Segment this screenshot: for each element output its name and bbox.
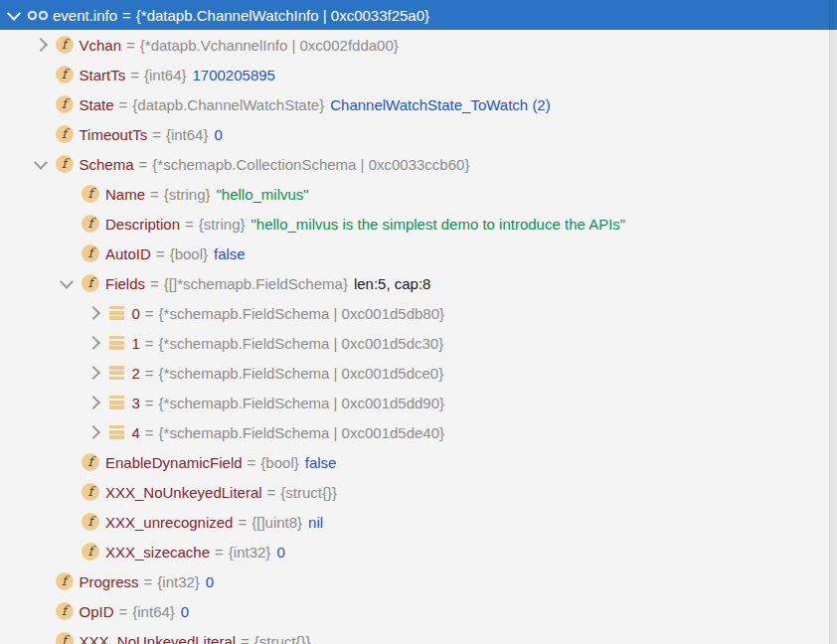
variable-row[interactable]: fProgress={int32}0 bbox=[0, 566, 837, 596]
equals-sign: = bbox=[248, 454, 256, 471]
variable-row[interactable]: fXXX_unrecognized={[]uint8}nil bbox=[0, 507, 837, 537]
variable-row[interactable]: fXXX_sizecache={int32}0 bbox=[0, 537, 837, 566]
variable-row[interactable]: fOpID={int64}0 bbox=[0, 596, 837, 626]
equals-sign: = bbox=[126, 37, 135, 54]
field-icon: f bbox=[53, 119, 77, 149]
variable-name: 3 bbox=[132, 395, 140, 411]
field-icon: f bbox=[53, 566, 77, 596]
equals-sign: = bbox=[150, 186, 159, 203]
variable-name: OpID bbox=[80, 603, 114, 620]
equals-sign: = bbox=[267, 484, 276, 501]
variable-type: {*datapb.ChannelWatchInfo | 0xc0033f25a0… bbox=[136, 7, 429, 24]
equals-sign: = bbox=[145, 335, 154, 352]
variable-row[interactable]: 1={*schemapb.FieldSchema | 0xc001d5dc30} bbox=[0, 328, 837, 358]
variable-row[interactable]: fTimeoutTs={int64}0 bbox=[0, 119, 837, 149]
variable-name: StartTs bbox=[80, 67, 126, 83]
variable-text: Schema={*schemapb.CollectionSchema | 0xc… bbox=[77, 156, 470, 173]
variable-row[interactable]: 0={*schemapb.FieldSchema | 0xc001d5db80} bbox=[0, 298, 837, 328]
chevron-spacer bbox=[55, 507, 79, 537]
field-icon: f bbox=[79, 209, 102, 239]
equals-sign: = bbox=[130, 67, 139, 83]
variable-name: AutoID bbox=[105, 245, 151, 262]
equals-sign: = bbox=[185, 216, 194, 233]
variable-value: false bbox=[214, 245, 246, 262]
collapse-chevron[interactable] bbox=[2, 0, 26, 30]
equals-sign: = bbox=[145, 305, 154, 322]
variable-name: Progress bbox=[80, 573, 139, 590]
array-item-icon bbox=[109, 425, 124, 439]
field-icon: f bbox=[82, 483, 99, 501]
field-icon: f bbox=[79, 537, 102, 566]
variable-type: {int64} bbox=[166, 126, 209, 143]
vertical-scrollbar[interactable] bbox=[829, 0, 837, 644]
variable-type: {[]uint8} bbox=[251, 514, 302, 531]
chevron-spacer bbox=[29, 566, 53, 596]
variable-row[interactable]: fVchan={*datapb.VchannelInfo | 0xc002fdd… bbox=[0, 30, 837, 60]
variable-row[interactable]: fName={string}"hello_milvus" bbox=[0, 179, 837, 209]
array-item-icon bbox=[109, 336, 124, 350]
variable-row[interactable]: fEnableDynamicField={bool}false bbox=[0, 447, 837, 477]
variable-row[interactable]: event.info={*datapb.ChannelWatchInfo | 0… bbox=[0, 0, 837, 30]
equals-sign: = bbox=[152, 126, 161, 143]
variable-text: 3={*schemapb.FieldSchema | 0xc001d5dd90} bbox=[129, 395, 445, 411]
equals-sign: = bbox=[241, 633, 250, 644]
variable-type: {string} bbox=[164, 186, 211, 203]
expand-chevron[interactable] bbox=[82, 388, 105, 417]
field-icon: f bbox=[82, 543, 99, 561]
expand-chevron[interactable] bbox=[82, 328, 105, 358]
equals-sign: = bbox=[238, 514, 247, 531]
expand-chevron[interactable] bbox=[82, 417, 105, 447]
variable-name: Description bbox=[105, 216, 180, 233]
expand-chevron[interactable] bbox=[29, 30, 53, 60]
field-icon: f bbox=[56, 125, 74, 143]
expand-chevron[interactable] bbox=[82, 358, 105, 388]
variable-row[interactable]: fStartTs={int64}1700205895 bbox=[0, 60, 837, 89]
equals-sign: = bbox=[145, 365, 154, 382]
variable-row[interactable]: fDescription={string}"hello_milvus is th… bbox=[0, 209, 837, 239]
variable-value: ChannelWatchState_ToWatch (2) bbox=[330, 96, 551, 113]
variable-name: TimeoutTs bbox=[80, 126, 148, 143]
variable-name: Name bbox=[105, 186, 145, 203]
variable-text: XXX_sizecache={int32}0 bbox=[102, 544, 285, 561]
variable-name: Fields bbox=[105, 275, 145, 292]
variable-row[interactable]: 2={*schemapb.FieldSchema | 0xc001d5dce0} bbox=[0, 358, 837, 388]
variable-row[interactable]: 3={*schemapb.FieldSchema | 0xc001d5dd90} bbox=[0, 388, 837, 417]
variables-tree: event.info={*datapb.ChannelWatchInfo | 0… bbox=[0, 0, 837, 644]
field-icon: f bbox=[56, 632, 74, 644]
variable-type: {[]*schemapb.FieldSchema} bbox=[164, 275, 348, 292]
variable-name: 1 bbox=[132, 335, 140, 352]
equals-sign: = bbox=[139, 156, 148, 173]
variable-type: {bool} bbox=[260, 454, 298, 471]
field-icon: f bbox=[79, 239, 102, 268]
field-icon: f bbox=[53, 626, 77, 644]
collapse-chevron[interactable] bbox=[29, 149, 53, 179]
variable-row[interactable]: fSchema={*schemapb.CollectionSchema | 0x… bbox=[0, 149, 837, 179]
variable-name: XXX_sizecache bbox=[105, 544, 210, 561]
field-icon: f bbox=[79, 179, 102, 209]
chevron-spacer bbox=[29, 89, 53, 119]
variable-row[interactable]: fXXX_NoUnkeyedLiteral={struct{}} bbox=[0, 626, 837, 644]
variable-row[interactable]: fXXX_NoUnkeyedLiteral={struct{}} bbox=[0, 477, 837, 507]
variable-name: 2 bbox=[132, 365, 140, 382]
equals-sign: = bbox=[150, 275, 159, 292]
collapse-chevron[interactable] bbox=[55, 268, 79, 298]
variable-text: XXX_NoUnkeyedLiteral={struct{}} bbox=[77, 633, 311, 644]
variable-text: Vchan={*datapb.VchannelInfo | 0xc002fdda… bbox=[77, 37, 399, 54]
variable-type: {int64} bbox=[132, 603, 175, 620]
variable-row[interactable]: 4={*schemapb.FieldSchema | 0xc001d5de40} bbox=[0, 417, 837, 447]
expand-chevron[interactable] bbox=[82, 298, 105, 328]
equals-sign: = bbox=[156, 245, 165, 262]
chevron-spacer bbox=[29, 60, 53, 89]
variable-type: {struct{}} bbox=[254, 633, 311, 644]
variable-row[interactable]: fState={datapb.ChannelWatchState}Channel… bbox=[0, 89, 837, 119]
watches-icon bbox=[26, 0, 50, 30]
variable-text: AutoID={bool}false bbox=[102, 245, 246, 262]
variable-row[interactable]: fFields={[]*schemapb.FieldSchema}len:5, … bbox=[0, 268, 837, 298]
chevron-spacer bbox=[55, 209, 79, 239]
field-icon: f bbox=[82, 513, 99, 531]
variable-text: StartTs={int64}1700205895 bbox=[77, 67, 275, 83]
variable-row[interactable]: fAutoID={bool}false bbox=[0, 239, 837, 268]
variable-name: Schema bbox=[80, 156, 134, 173]
array-item-icon bbox=[109, 396, 124, 409]
variable-type: {*schemapb.FieldSchema | 0xc001d5db80} bbox=[159, 305, 444, 322]
